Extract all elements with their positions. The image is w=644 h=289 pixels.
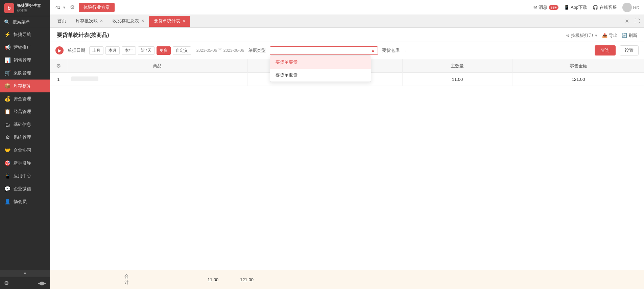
row-no: 1 [57,77,59,82]
sidebar-nav: ⚡ 快捷导航 📢 营销推广 📊 销售管理 🛒 采购管理 📦 库存核算 💰 资金管… [0,28,50,270]
sales-icon: 📊 [4,57,11,63]
set-btn[interactable]: 设置 [620,45,639,55]
main-content: 41 ▼ ⚙ 体验行业方案 ✉ 消息 99+ 📱 App下载 🎧 在线客服 R [50,0,644,289]
sidebar-scroll-down-btn[interactable]: ▼ [0,270,50,277]
sidebar-item-system[interactable]: ⚙ 系统管理 [0,131,50,144]
sidebar-item-marketing[interactable]: 📢 营销推广 [0,41,50,54]
tab-home[interactable]: 首页 [53,16,71,27]
topbar-gear-icon[interactable]: ⚙ [70,4,75,10]
tab-inventory-batch[interactable]: 库存批次账 ✕ [71,16,108,27]
date-year-btn[interactable]: 本年 [122,46,136,55]
sidebar-search[interactable]: 🔍 搜索菜单 [0,16,50,28]
app-logo-text-wrap: 畅捷通好生意 标准版 [17,3,41,13]
app-download-btn[interactable]: 📱 App下载 [564,4,587,10]
print-expand-icon[interactable]: ▼ [594,34,598,38]
gear-icon[interactable]: ⚙ [56,63,61,69]
app-download-icon: 📱 [564,5,569,10]
date-week-btn[interactable]: 近7天 [138,46,154,55]
type-dropdown-arrow[interactable]: ▲ [371,48,375,53]
tab-order-summary-label: 要货单统计表 [154,18,180,24]
th-gear[interactable]: ⚙ [50,59,67,73]
sidebar-item-purchase[interactable]: 🛒 采购管理 [0,67,50,80]
sales-label: 销售管理 [14,57,31,63]
sidebar-item-basic[interactable]: 🗂 基础信息 [0,118,50,131]
store-number: 41 [55,5,60,10]
sidebar-item-quick-nav[interactable]: ⚡ 快捷导航 [0,28,50,41]
td-quantity: 11.00 [402,73,512,86]
user-avatar-btn[interactable]: Rit [622,3,639,12]
system-icon: ⚙ [4,134,11,140]
online-service-btn[interactable]: 🎧 在线客服 [593,4,617,10]
close-tab-btn[interactable]: ✕ [623,17,630,26]
messages-btn[interactable]: ✉ 消息 99+ [533,4,558,10]
date-more-btn[interactable]: 更多 [157,46,171,55]
tab-inventory-batch-close[interactable]: ✕ [100,19,103,23]
restore-tab-btn[interactable]: ⛶ [633,17,641,26]
type-dropdown-overlay: 要货单要货 要货单退货 [270,55,378,82]
tab-inventory-batch-label: 库存批次账 [76,18,98,24]
type-dropdown-menu: 要货单要货 要货单退货 [270,55,371,82]
page-actions: 🖨 按模板打印 ▼ 📤 导出 🔄 刷新 [565,32,637,39]
app-name: 畅捷通好生意 [17,3,41,8]
sidebar-item-enterprise[interactable]: 🤝 企业协同 [0,144,50,157]
type-input-wrap: ▲ 要货单要货 要货单退货 [270,46,378,55]
tab-order-summary-close[interactable]: ✕ [182,19,186,23]
refresh-icon: 🔄 [622,33,627,38]
quick-nav-icon: ⚡ [4,31,11,38]
tabbar: 首页 库存批次账 ✕ 收发存汇总表 ✕ 要货单统计表 ✕ ✕ ⛶ [50,15,644,28]
refresh-btn[interactable]: 🔄 刷新 [622,32,637,39]
sidebar-logo: b 畅捷通好生意 标准版 [0,0,50,16]
guide-icon: 🎯 [4,160,11,166]
export-btn[interactable]: 📤 导出 [602,32,618,39]
sidebar-item-appstore[interactable]: 📱 应用中心 [0,170,50,182]
sidebar-item-inventory[interactable]: 📦 库存核算 [0,80,50,92]
sidebar-item-wechat[interactable]: 💬 企业微信 [0,182,50,195]
date-custom-btn[interactable]: 自定义 [173,46,191,55]
marketing-label: 营销推广 [14,44,31,50]
search-icon: 🔍 [4,19,10,25]
guide-label: 新手引导 [14,160,31,166]
messages-label: 消息 [539,4,547,10]
sidebar-item-finance[interactable]: 💰 资金管理 [0,92,50,105]
type-input[interactable] [270,46,378,55]
warehouse-dots-icon[interactable]: ··· [405,48,409,53]
tab-order-summary[interactable]: 要货单统计表 ✕ [149,16,190,27]
filter-expand-btn[interactable]: ▶ [55,46,64,54]
sidebar-item-guide[interactable]: 🎯 新手引导 [0,157,50,170]
appstore-icon: 📱 [4,173,11,179]
sidebar-item-sales[interactable]: 📊 销售管理 [0,54,50,67]
dropdown-item-order-return-label: 要货单退货 [276,72,297,77]
topbar-store[interactable]: 41 ▼ [55,5,66,10]
inventory-label: 库存核算 [14,83,31,89]
warehouse-label: 要货仓库 [382,47,400,53]
online-service-label: 在线客服 [599,4,617,10]
sidebar-item-operation[interactable]: 📋 经营管理 [0,105,50,118]
date-prev-btn[interactable]: 上月 [89,46,103,55]
topbar-left: 41 ▼ ⚙ 体验行业方案 [55,3,115,12]
user-avatar [622,3,632,12]
collapse-icon[interactable]: ◀▶ [38,280,46,286]
dropdown-item-order-goods-label: 要货单要货 [276,60,297,65]
tab-receive-summary-close[interactable]: ✕ [141,19,144,23]
marketing-icon: 📢 [4,44,11,50]
dropdown-item-order-return[interactable]: 要货单退货 [270,69,371,82]
trial-btn[interactable]: 体验行业方案 [79,3,115,12]
settings-bottom-icon[interactable]: ⚙ [4,280,9,286]
td-product [67,73,247,86]
tab-receive-summary[interactable]: 收发存汇总表 ✕ [108,16,149,27]
basic-icon: 🗂 [4,122,11,128]
store-dropdown-arrow[interactable]: ▼ [62,5,66,9]
footer-amount: 121.00 [230,277,264,282]
row-quantity: 11.00 [452,77,463,82]
sidebar-bottom: ⚙ ◀▶ [0,277,50,289]
content-area: 要货单统计表(按商品) 🖨 按模板打印 ▼ 📤 导出 🔄 刷新 ▶ [50,28,644,289]
dropdown-item-order-goods[interactable]: 要货单要货 [270,56,371,69]
export-icon: 📤 [602,33,607,38]
print-template-btn[interactable]: 🖨 按模板打印 ▼ [565,32,598,39]
type-label: 单据类型 [248,47,266,53]
date-current-btn[interactable]: 本月 [105,46,120,55]
wechat-icon: 💬 [4,186,11,192]
query-btn[interactable]: 查询 [595,45,616,55]
topbar: 41 ▼ ⚙ 体验行业方案 ✉ 消息 99+ 📱 App下载 🎧 在线客服 R [50,0,644,15]
sidebar-item-member[interactable]: 👤 畅会员 [0,195,50,208]
